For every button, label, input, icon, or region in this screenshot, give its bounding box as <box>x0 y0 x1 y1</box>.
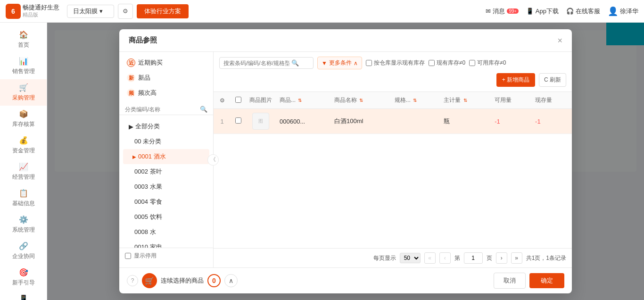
th-checkbox[interactable] <box>231 92 246 109</box>
modal-close-button[interactable]: × <box>557 36 562 45</box>
first-page-button[interactable]: « <box>424 252 436 264</box>
new-icon: 新 <box>127 74 135 82</box>
logo-icon: 6 <box>6 4 21 19</box>
more-filter-button[interactable]: ▼ 更多条件 ∧ <box>317 57 362 69</box>
products-table: ⚙ 商品图片 <box>214 92 572 134</box>
nav-dropdown-store[interactable]: 日太阳膜 ▾ <box>67 5 114 18</box>
product-search-bar: 🔍 <box>219 57 314 69</box>
cat-item-snacks[interactable]: 0004 零食 <box>123 194 209 209</box>
cat-item-tea[interactable]: 0002 茶叶 <box>123 164 209 179</box>
warehouse-stock-filter: 按仓库显示现有库存 <box>366 59 425 67</box>
cancel-button[interactable]: 取消 <box>494 273 526 289</box>
sort-spec-icon: ⇅ <box>413 98 417 103</box>
product-search-icon[interactable]: 🔍 <box>291 59 299 67</box>
main-layout: 🏠 首页 📊 销售管理 🛒 采购管理 📦 库存核算 💰 资金管理 📈 经营管理 … <box>0 23 644 300</box>
logo-text: 畅捷通好生意 <box>23 4 59 11</box>
sidebar-item-finance[interactable]: 💰 资金管理 <box>0 132 47 158</box>
quick-item-freq[interactable]: 频 频次高 <box>123 86 209 100</box>
th-image: 商品图片 <box>246 92 276 109</box>
category-search-input[interactable] <box>125 106 198 113</box>
confirm-button[interactable]: 确定 <box>529 273 564 288</box>
help-button[interactable]: ? <box>127 275 138 286</box>
refresh-button[interactable]: C 刷新 <box>539 73 566 87</box>
sidebar-item-inventory[interactable]: 📦 库存核算 <box>0 106 47 132</box>
th-unit[interactable]: 主计量 ⇅ <box>440 92 491 109</box>
th-code[interactable]: 商品... ⇅ <box>276 92 330 109</box>
show-disabled-footer: 显示停用 <box>119 248 213 264</box>
cart-icon-button[interactable]: 🛒 <box>142 273 157 288</box>
th-spec[interactable]: 规格... ⇅ <box>391 92 440 109</box>
page-number-input[interactable]: 1 <box>464 252 483 264</box>
add-product-button[interactable]: + 新增商品 <box>496 73 535 87</box>
cart-count-badge: 0 <box>207 274 221 287</box>
table-row[interactable]: 1 图 <box>214 109 572 134</box>
cat-item-drinks[interactable]: 0005 饮料 <box>123 209 209 225</box>
collapse-panel-button[interactable]: 《 <box>207 154 219 166</box>
freq-icon: 频 <box>127 89 135 97</box>
product-table: ⚙ 商品图片 <box>214 92 572 248</box>
quick-item-new[interactable]: 新 新品 <box>123 71 209 85</box>
sidebar-item-operation[interactable]: 📈 经营管理 <box>0 158 47 185</box>
sort-unit-icon: ⇅ <box>463 98 467 103</box>
top-nav: 6 畅捷通好生意 精品版 日太阳膜 ▾ ⚙ 体验行业方案 ✉ 消息 99+ 📱 … <box>0 0 644 23</box>
prev-page-button[interactable]: ‹ <box>439 252 451 264</box>
cat-item-fruit[interactable]: 0003 水果 <box>123 179 209 194</box>
modal-header: 商品参照 × <box>119 29 572 52</box>
usable-ne-checkbox[interactable] <box>469 60 475 66</box>
th-name[interactable]: 商品名称 ⇅ <box>330 92 391 109</box>
message-button[interactable]: ✉ 消息 99+ <box>486 7 518 16</box>
last-page-button[interactable]: » <box>511 252 522 264</box>
cart-collapse-button[interactable]: ∧ <box>224 274 238 287</box>
online-service-button[interactable]: 🎧 在线客服 <box>566 7 600 16</box>
category-search-icon[interactable]: 🔍 <box>200 106 207 113</box>
logo-sub: 精品版 <box>23 11 59 18</box>
pagination: 每页显示 50 « ‹ 第 1 页 › » 共1页，1条记录 <box>214 248 572 267</box>
sort-code-icon: ⇅ <box>298 98 302 103</box>
sidebar: 🏠 首页 📊 销售管理 🛒 采购管理 📦 库存核算 💰 资金管理 📈 经营管理 … <box>0 23 47 300</box>
td-checkbox[interactable] <box>231 109 246 134</box>
page-size-select[interactable]: 50 <box>400 253 421 263</box>
td-spec <box>391 109 440 134</box>
select-all-checkbox[interactable] <box>235 97 241 103</box>
modal-overlay: 商品参照 × 近 近期购买 新 <box>47 23 644 300</box>
cat-item-water[interactable]: 0008 水 <box>123 225 209 240</box>
sidebar-item-purchase[interactable]: 🛒 采购管理 <box>0 79 47 106</box>
td-name: 白酒100ml <box>330 109 391 134</box>
next-page-button[interactable]: › <box>496 252 507 264</box>
category-list: ▶ 全部分类 00 未分类 ▶ 0001 酒水 0002 茶 <box>119 119 213 248</box>
cta-button[interactable]: 体验行业方案 <box>137 4 189 18</box>
quick-item-recent[interactable]: 近 近期购买 <box>123 56 209 70</box>
td-image: 图 <box>246 109 276 134</box>
cart-area: 🛒 连续选择的商品 0 ∧ <box>142 273 490 288</box>
sidebar-item-sales[interactable]: 📊 销售管理 <box>0 53 47 79</box>
cat-item-appliances[interactable]: 0010 家电 <box>123 240 209 248</box>
td-index: 1 <box>214 109 231 134</box>
sidebar-item-home[interactable]: 🏠 首页 <box>0 26 47 53</box>
cat-item-all[interactable]: ▶ 全部分类 <box>123 119 209 134</box>
th-stock: 现存量 <box>531 92 572 109</box>
warehouse-stock-checkbox[interactable] <box>366 60 372 66</box>
sidebar-item-guide[interactable]: 🎯 新手引导 <box>0 264 47 291</box>
sidebar-item-basic-info[interactable]: 📋 基础信息 <box>0 185 47 211</box>
cat-item-liquor[interactable]: ▶ 0001 酒水 <box>123 149 209 164</box>
show-disabled-checkbox[interactable] <box>125 253 131 259</box>
stock-ne-filter: 现有库存≠0 <box>429 59 465 67</box>
user-avatar[interactable]: 👤 徐泽华 <box>608 6 638 17</box>
stock-ne-checkbox[interactable] <box>429 60 435 66</box>
app-download-button[interactable]: 📱 App下载 <box>526 7 559 16</box>
product-panel: 🔍 ▼ 更多条件 ∧ 按仓库显示现有库存 <box>214 52 572 267</box>
cat-item-unclassified[interactable]: 00 未分类 <box>123 134 209 149</box>
sidebar-item-apps[interactable]: 📱 应用中心 <box>0 291 47 300</box>
th-settings[interactable]: ⚙ <box>214 92 231 109</box>
row-checkbox[interactable] <box>235 117 241 124</box>
logo-area: 6 畅捷通好生意 精品版 <box>6 4 59 19</box>
modal-body: 近 近期购买 新 新品 频 频次高 <box>119 52 572 267</box>
sidebar-item-system[interactable]: ⚙️ 系统管理 <box>0 211 47 238</box>
product-search-input[interactable] <box>223 60 289 67</box>
product-toolbar: 🔍 ▼ 更多条件 ∧ 按仓库显示现有库存 <box>214 52 572 92</box>
td-code: 000600... <box>276 109 330 134</box>
td-available: -1 <box>491 109 531 134</box>
sidebar-item-collab[interactable]: 🔗 企业协同 <box>0 238 47 264</box>
settings-button[interactable]: ⚙ <box>118 4 133 19</box>
nav-right: ✉ 消息 99+ 📱 App下载 🎧 在线客服 👤 徐泽华 <box>486 6 638 17</box>
